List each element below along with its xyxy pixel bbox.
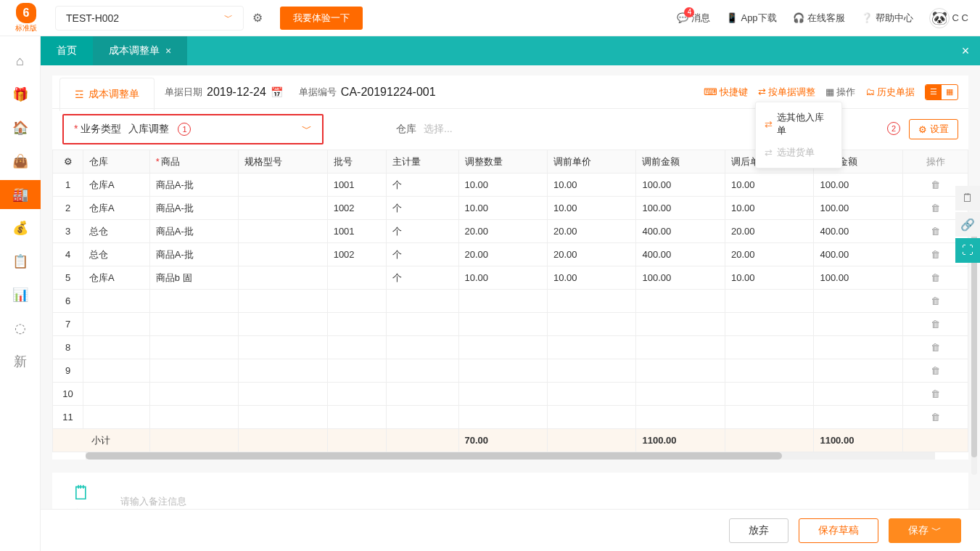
chevron-down-icon: ﹀ xyxy=(302,123,312,136)
nav-clipboard[interactable]: 📋 xyxy=(0,247,41,276)
calendar-icon[interactable]: 📅 xyxy=(271,86,283,98)
shortcut-button[interactable]: ⌨快捷键 xyxy=(704,86,748,99)
table-row[interactable]: 2仓库A商品A-批1002个10.0010.00100.0010.00100.0… xyxy=(53,197,968,220)
annotation-1: 1 xyxy=(178,123,191,136)
table-row[interactable]: 8🗑 xyxy=(53,336,968,359)
close-all-tabs[interactable]: × xyxy=(951,44,980,59)
close-icon[interactable]: × xyxy=(165,45,171,57)
col-qty[interactable]: 调整数量 xyxy=(458,150,547,174)
col-batch[interactable]: 批号 xyxy=(327,150,387,174)
grid-icon: ▦ xyxy=(825,86,834,97)
horizontal-scrollbar[interactable] xyxy=(86,452,935,460)
nav-warehouse[interactable]: 🏭 xyxy=(0,180,41,209)
nav-money[interactable]: 💰 xyxy=(0,213,41,242)
side-expand-button[interactable]: ⛶ xyxy=(955,238,980,263)
transfer-icon: ⇄ xyxy=(765,119,773,130)
operate-button[interactable]: ▦操作 xyxy=(825,86,855,99)
app-download-button[interactable]: 📱 App下载 xyxy=(726,12,776,25)
side-note-button[interactable]: 🗒 xyxy=(955,186,980,211)
business-type-select[interactable]: *业务类型 入库调整 1 ﹀ xyxy=(62,114,324,144)
col-warehouse[interactable]: 仓库 xyxy=(83,150,150,174)
adjust-by-order-dropdown: ⇄ 选其他入库单 ⇄ 选进货单 xyxy=(755,102,842,168)
vertical-scrollbar[interactable] xyxy=(971,232,977,475)
edition-label: 标准版 xyxy=(15,23,37,33)
customer-service-button[interactable]: 🎧 在线客服 xyxy=(793,12,845,25)
note-icon: 🗒 xyxy=(72,482,91,505)
tabs-bar: 首页 成本调整单 × × xyxy=(41,36,980,65)
delete-row-button[interactable]: 🗑 xyxy=(903,406,968,429)
nav-gift[interactable]: 🎁 xyxy=(0,80,41,109)
col-spec[interactable]: 规格型号 xyxy=(239,150,327,174)
table-row[interactable]: 10🗑 xyxy=(53,383,968,406)
nav-cycle[interactable]: ◌ xyxy=(0,314,41,343)
avatar: 🐼 xyxy=(929,8,950,28)
dropdown-purchase[interactable]: ⇄ 选进货单 xyxy=(756,142,841,163)
col-product[interactable]: *商品 xyxy=(149,150,238,174)
delete-row-button[interactable]: 🗑 xyxy=(903,266,968,290)
delete-row-button[interactable]: 🗑 xyxy=(903,290,968,313)
history-icon: 🗂 xyxy=(865,86,875,97)
doc-icon: ☲ xyxy=(75,89,84,100)
left-nav: ⌂ 🎁 🏠 👜 🏭 💰 📋 📊 ◌ 新 xyxy=(0,36,41,551)
phone-icon: 📱 xyxy=(726,12,738,23)
card-view-icon[interactable]: ▦ xyxy=(942,85,958,99)
col-gear[interactable]: ⚙ xyxy=(53,150,83,174)
date-value[interactable]: 2019-12-24 xyxy=(207,86,266,99)
side-link-button[interactable]: 🔗 xyxy=(955,212,980,237)
date-label: 单据日期 xyxy=(165,86,202,99)
col-pre-price[interactable]: 调前单价 xyxy=(548,150,636,174)
user-menu[interactable]: 🐼 C C xyxy=(929,8,968,28)
business-type-value: 入库调整 xyxy=(128,123,169,136)
delete-row-button[interactable]: 🗑 xyxy=(903,383,968,406)
table-row[interactable]: 9🗑 xyxy=(53,359,968,383)
table-row[interactable]: 5仓库A商品b 固个10.0010.00100.0010.00100.00🗑 xyxy=(53,266,968,290)
code-label: 单据编号 xyxy=(299,86,337,99)
code-value: CA-20191224-001 xyxy=(341,86,436,99)
delete-row-button[interactable]: 🗑 xyxy=(903,336,968,359)
user-name: C C xyxy=(952,12,968,23)
delete-row-button[interactable]: 🗑 xyxy=(903,359,968,383)
messages-button[interactable]: 💬 消息 4 xyxy=(677,12,710,25)
table-row[interactable]: 4总仓商品A-批1002个20.0020.00400.0020.00400.00… xyxy=(53,243,968,266)
settings-button[interactable]: ⚙ 设置 xyxy=(909,119,958,139)
table-row[interactable]: 6🗑 xyxy=(53,290,968,313)
app-logo: 6 标准版 xyxy=(12,3,41,33)
dropdown-other-inbound[interactable]: ⇄ 选其他入库单 xyxy=(756,107,841,142)
adjust-by-order-button[interactable]: ⇄按单据调整 xyxy=(758,86,815,99)
chevron-down-icon: ﹀ xyxy=(224,12,233,24)
adjust-table: ⚙ 仓库 *商品 规格型号 批号 主计量 调整数量 调前单价 调前金额 调后单价… xyxy=(52,150,968,452)
help-center-button[interactable]: ❔ 帮助中心 xyxy=(861,12,913,25)
warehouse-select[interactable]: 选择... xyxy=(424,123,453,136)
table-row[interactable]: 7🗑 xyxy=(53,313,968,336)
nav-home[interactable]: ⌂ xyxy=(0,46,41,75)
history-button[interactable]: 🗂历史单据 xyxy=(865,86,915,99)
help-icon: ❔ xyxy=(861,12,873,23)
gear-icon[interactable]: ⚙ xyxy=(252,11,263,25)
delete-row-button[interactable]: 🗑 xyxy=(903,313,968,336)
save-draft-button[interactable]: 保存草稿 xyxy=(799,518,878,543)
nav-house[interactable]: 🏠 xyxy=(0,113,41,142)
table-row[interactable]: 1仓库A商品A-批1001个10.0010.00100.0010.00100.0… xyxy=(53,174,968,197)
col-operate[interactable]: 操作 xyxy=(903,150,968,174)
logo-icon: 6 xyxy=(16,3,36,23)
col-unit[interactable]: 主计量 xyxy=(387,150,458,174)
table-row[interactable]: 11🗑 xyxy=(53,406,968,429)
gear-icon: ⚙ xyxy=(918,124,927,135)
cancel-button[interactable]: 放弃 xyxy=(729,518,788,543)
doc-title-tab[interactable]: ☲ 成本调整单 xyxy=(59,78,155,111)
table-row[interactable]: 3总仓商品A-批1001个20.0020.00400.0020.00400.00… xyxy=(53,220,968,243)
save-button[interactable]: 保存 ﹀ xyxy=(889,518,961,543)
tab-cost-adjust[interactable]: 成本调整单 × xyxy=(93,36,187,65)
subtotal-row: 小计 70.00 1100.00 1100.00 xyxy=(53,429,968,452)
nav-bag[interactable]: 👜 xyxy=(0,147,41,176)
nav-report[interactable]: 📊 xyxy=(0,280,41,309)
transfer-icon: ⇄ xyxy=(765,147,773,158)
view-toggle[interactable]: ☰ ▦ xyxy=(925,84,958,100)
org-selector[interactable]: TEST-H002 ﹀ xyxy=(55,6,244,30)
trial-button[interactable]: 我要体验一下 xyxy=(280,7,363,30)
tab-home[interactable]: 首页 xyxy=(41,36,93,65)
nav-new[interactable]: 新 xyxy=(0,347,41,376)
list-view-icon[interactable]: ☰ xyxy=(926,85,942,99)
col-pre-amount[interactable]: 调前金额 xyxy=(636,150,725,174)
transfer-icon: ⇄ xyxy=(758,86,766,97)
